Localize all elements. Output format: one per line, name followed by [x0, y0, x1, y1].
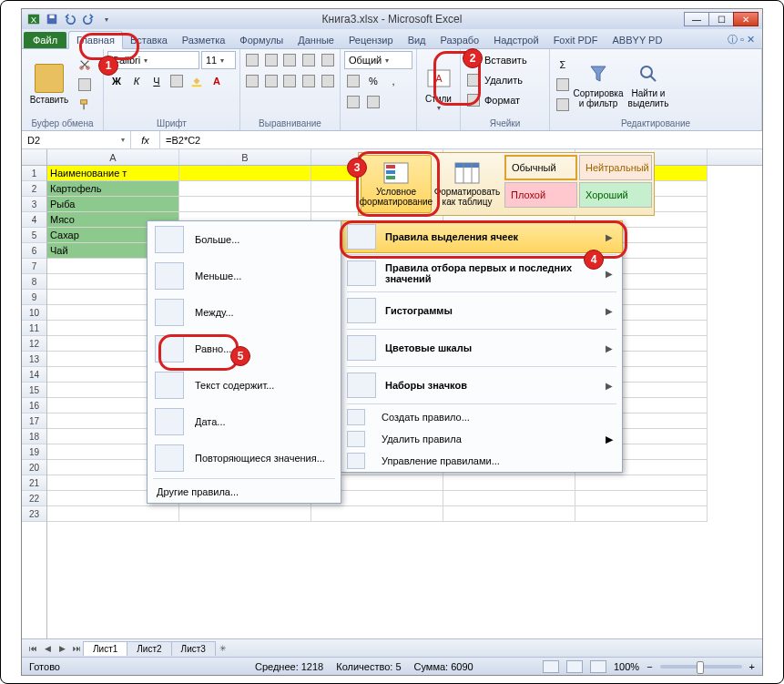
tab-foxit[interactable]: Foxit PDF — [546, 32, 606, 48]
cell[interactable]: Рыба — [47, 197, 179, 212]
menu-manage-rules[interactable]: Управление правилами... — [341, 450, 622, 472]
merge-icon[interactable] — [319, 72, 336, 90]
menu-icon-sets[interactable]: Наборы значков ▶ — [341, 369, 622, 402]
font-name-combo[interactable]: Calibri — [107, 51, 199, 69]
format-as-table-button[interactable]: Форматировать как таблицу — [432, 155, 503, 213]
tab-layout[interactable]: Разметка — [175, 32, 233, 48]
tab-abbyy[interactable]: ABBYY PD — [606, 32, 670, 48]
format-painter-icon[interactable] — [76, 96, 94, 114]
minimize-button[interactable]: — — [684, 12, 709, 26]
row-header[interactable]: 15 — [22, 383, 46, 398]
fill-color-icon[interactable] — [188, 72, 206, 90]
tab-addins[interactable]: Надстрой — [486, 32, 545, 48]
wrap-text-icon[interactable] — [319, 51, 336, 69]
font-size-combo[interactable]: 11 — [201, 51, 236, 69]
view-break-button[interactable] — [590, 660, 606, 673]
cell[interactable] — [179, 166, 311, 181]
row-header[interactable]: 10 — [22, 305, 46, 321]
view-normal-button[interactable] — [543, 660, 559, 673]
align-right-icon[interactable] — [281, 72, 299, 90]
row-header[interactable]: 3 — [22, 197, 46, 212]
view-layout-button[interactable] — [566, 660, 583, 673]
cells-delete-button[interactable]: Удалить — [464, 71, 545, 89]
close-button[interactable]: ✕ — [733, 12, 759, 26]
cell[interactable]: Картофель — [47, 181, 179, 197]
currency-icon[interactable] — [344, 72, 362, 90]
row-header[interactable]: 1 — [22, 166, 46, 181]
cell[interactable] — [47, 506, 179, 522]
zoom-slider[interactable] — [660, 665, 742, 669]
row-header[interactable]: 8 — [22, 274, 46, 290]
menu-highlight-cells-rules[interactable]: Правила выделения ячеек ▶ — [341, 220, 623, 253]
menu-new-rule[interactable]: Создать правило... — [341, 406, 622, 428]
submenu-greater-than[interactable]: Больше... — [148, 221, 341, 258]
formula-input[interactable]: =B2*C2 — [160, 131, 762, 148]
menu-clear-rules[interactable]: Удалить правила ▶ — [341, 428, 622, 450]
tab-home[interactable]: Главная — [68, 31, 123, 49]
column-header[interactable]: B — [179, 149, 311, 165]
tab-insert[interactable]: Вставка — [123, 32, 175, 48]
zoom-in-button[interactable]: + — [749, 661, 755, 672]
submenu-other-rules[interactable]: Другие правила... — [148, 481, 341, 503]
fx-button[interactable]: fx — [131, 131, 160, 148]
paste-button[interactable]: Вставить — [25, 54, 73, 116]
comma-icon[interactable]: , — [384, 72, 402, 90]
copy-icon[interactable] — [76, 76, 94, 94]
name-box[interactable]: D2 — [22, 131, 131, 148]
conditional-formatting-button[interactable]: Условное форматирование — [361, 155, 432, 213]
row-header[interactable]: 7 — [22, 259, 46, 274]
submenu-duplicate-values[interactable]: Повторяющиеся значения... — [148, 440, 341, 476]
zoom-out-button[interactable]: − — [647, 661, 652, 672]
row-header[interactable]: 11 — [22, 321, 46, 336]
find-select-button[interactable]: Найти и выделить — [625, 54, 672, 116]
row-header[interactable]: 2 — [22, 181, 46, 197]
row-header[interactable]: 4 — [22, 212, 46, 228]
row-header[interactable]: 21 — [22, 475, 46, 491]
border-icon[interactable] — [168, 72, 186, 90]
ribbon-help-icon[interactable]: ⓘ ▫ ✕ — [720, 31, 762, 48]
number-format-combo[interactable]: Общий — [344, 51, 412, 69]
tab-review[interactable]: Рецензир — [341, 32, 401, 48]
decrease-decimal-icon[interactable] — [364, 93, 382, 111]
redo-icon[interactable] — [80, 11, 97, 27]
sheet-tab-3[interactable]: Лист3 — [171, 641, 216, 656]
tab-file[interactable]: Файл — [24, 32, 66, 48]
italic-icon[interactable]: К — [127, 72, 146, 90]
row-header[interactable]: 13 — [22, 352, 46, 367]
styles-button[interactable]: A Стили ▾ — [421, 58, 456, 120]
cell[interactable] — [443, 475, 575, 491]
cell[interactable] — [575, 491, 708, 506]
cell[interactable] — [311, 506, 443, 522]
underline-icon[interactable]: Ч — [148, 72, 166, 90]
align-top-icon[interactable] — [244, 51, 261, 69]
column-header[interactable]: A — [47, 149, 179, 165]
qat-more-icon[interactable]: ▾ — [98, 11, 115, 27]
clear-icon[interactable] — [554, 96, 572, 114]
autosum-icon[interactable]: Σ — [554, 56, 572, 74]
row-header[interactable]: 19 — [22, 444, 46, 460]
row-header[interactable]: 5 — [22, 228, 46, 243]
row-header[interactable]: 14 — [22, 367, 46, 383]
style-normal[interactable]: Обычный — [504, 155, 577, 180]
sheet-nav-next[interactable]: ▶ — [55, 641, 69, 656]
cell[interactable] — [575, 506, 708, 522]
menu-top-bottom-rules[interactable]: Правила отбора первых и последних значен… — [341, 257, 622, 290]
orientation-icon[interactable] — [300, 51, 318, 69]
cut-icon[interactable] — [76, 56, 94, 74]
sheet-nav-last[interactable]: ⏭ — [69, 641, 84, 656]
sheet-tab-2[interactable]: Лист2 — [127, 641, 171, 656]
row-header[interactable]: 22 — [22, 491, 46, 506]
percent-icon[interactable]: % — [364, 72, 382, 90]
select-all-corner[interactable] — [22, 149, 47, 166]
tab-formulas[interactable]: Формулы — [232, 32, 290, 48]
cell[interactable] — [443, 506, 575, 522]
row-header[interactable]: 18 — [22, 429, 46, 444]
row-header[interactable]: 20 — [22, 460, 46, 475]
align-center-icon[interactable] — [263, 72, 280, 90]
row-header[interactable]: 23 — [22, 506, 46, 522]
undo-icon[interactable] — [62, 11, 78, 27]
fill-icon[interactable] — [554, 76, 572, 94]
submenu-text-contains[interactable]: Текст содержит... — [148, 367, 341, 403]
cell[interactable] — [575, 475, 708, 491]
cells-format-button[interactable]: Формат — [464, 91, 545, 109]
